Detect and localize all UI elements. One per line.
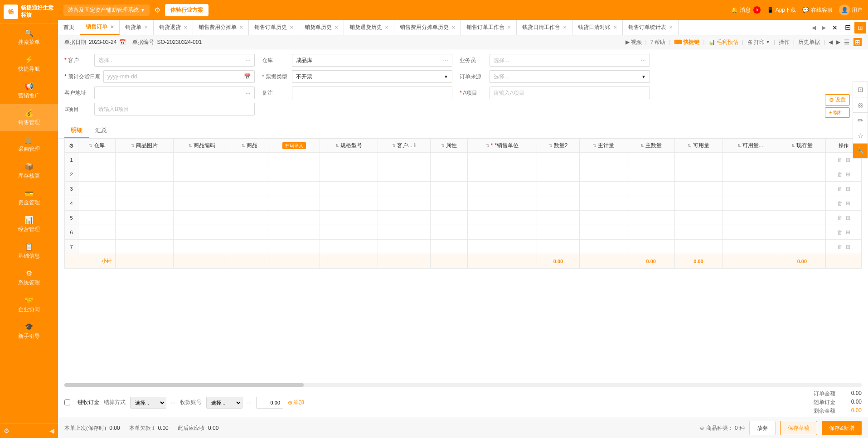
cell-5-5[interactable]	[268, 225, 320, 240]
sidebar-item-营销推广[interactable]: 📢 营销推广	[0, 77, 58, 104]
add-material-btn[interactable]: + 物料	[825, 107, 850, 118]
tab-0[interactable]: 首页	[58, 20, 80, 35]
cell-6-15[interactable]	[778, 240, 826, 254]
cell-4-5[interactable]	[268, 211, 320, 225]
cell-5-1[interactable]	[78, 225, 116, 240]
tab-close-5[interactable]: ✕	[290, 25, 293, 30]
sidebar-item-系统管理[interactable]: ⚙ 系统管理	[0, 265, 58, 291]
scan-btn[interactable]: 扫码录入	[282, 142, 306, 149]
cell-1-9[interactable]	[468, 167, 537, 182]
cell-3-11[interactable]	[580, 196, 627, 211]
cell-4-14[interactable]	[722, 211, 778, 225]
scrollbar-thumb[interactable]	[64, 383, 304, 387]
payment-method-ellipsis[interactable]: ···	[171, 399, 175, 406]
th-settings[interactable]: ⚙	[65, 139, 78, 153]
tab-expand-btn[interactable]: ⊞	[854, 22, 866, 34]
cell-3-1[interactable]	[78, 196, 116, 211]
cell-5-10[interactable]	[537, 225, 580, 240]
row-copy-6[interactable]: ⊞	[846, 244, 850, 250]
quick-payment-check[interactable]	[64, 399, 70, 405]
tab-prev-btn[interactable]: ◀	[809, 23, 818, 32]
cell-0-1[interactable]	[78, 153, 116, 167]
save-draft-btn[interactable]: 保存草稿	[780, 421, 817, 435]
tab-close-7[interactable]: ✕	[385, 25, 388, 30]
cell-5-2[interactable]	[116, 225, 173, 240]
cell-2-11[interactable]	[580, 182, 627, 196]
cell-2-10[interactable]	[537, 182, 580, 196]
cell-3-8[interactable]	[430, 196, 467, 211]
salesperson-input[interactable]: 选择... ···	[490, 54, 650, 67]
cell-1-5[interactable]	[268, 167, 320, 182]
tab-3[interactable]: 销货退货✕	[154, 20, 193, 35]
tab-1[interactable]: 销售订单✕	[80, 20, 120, 35]
cell-3-13[interactable]	[675, 196, 723, 211]
industry-btn[interactable]: 体验行业方案	[165, 4, 209, 16]
invoice-type-select[interactable]: 不开票 ▼	[292, 70, 452, 83]
tab-10[interactable]: 钱货日清工作台✕	[517, 20, 572, 35]
tab-4[interactable]: 销售费用分摊单✕	[193, 20, 249, 35]
cell-3-15[interactable]	[778, 196, 826, 211]
delivery-date-input[interactable]: yyyy-mm-dd 📅	[103, 70, 255, 83]
quick-payment-checkbox[interactable]: 一键收订金	[64, 399, 99, 406]
cell-2-5[interactable]	[268, 182, 320, 196]
preview-btn[interactable]: ▶ 视频	[626, 39, 642, 46]
cell-4-4[interactable]	[231, 211, 268, 225]
cell-6-2[interactable]	[116, 240, 173, 254]
cell-4-3[interactable]	[173, 211, 231, 225]
horizontal-scrollbar[interactable]	[64, 383, 862, 387]
cell-3-6[interactable]	[320, 196, 378, 211]
cell-4-8[interactable]	[430, 211, 467, 225]
settings-material-btn[interactable]: ⚙ 设置	[825, 94, 850, 106]
cell-0-15[interactable]	[778, 153, 826, 167]
row-copy-4[interactable]: ⊞	[846, 215, 850, 221]
grid-view-icon[interactable]: ⊞	[853, 38, 862, 46]
cell-6-5[interactable]	[268, 240, 320, 254]
row-copy-3[interactable]: ⊞	[846, 200, 850, 207]
salesperson-ellipsis[interactable]: ···	[640, 57, 646, 64]
payment-amount-input[interactable]	[256, 397, 283, 409]
sidebar-collapse-icon[interactable]: ◀	[49, 427, 54, 434]
cell-5-14[interactable]	[722, 225, 778, 240]
b-project-input[interactable]: 请输入B项目	[94, 103, 255, 116]
tab-close-1[interactable]: ✕	[110, 24, 114, 29]
cell-4-6[interactable]	[320, 211, 378, 225]
cell-6-13[interactable]	[675, 240, 723, 254]
row-delete-6[interactable]: 🗑	[837, 244, 843, 250]
print-dropdown-icon[interactable]: ▼	[766, 40, 770, 44]
cell-4-11[interactable]	[580, 211, 627, 225]
profit-btn[interactable]: 📊 毛利预估	[708, 39, 738, 46]
tab-close-12[interactable]: ✕	[669, 25, 673, 30]
customer-address-input[interactable]: ···	[94, 87, 255, 99]
cell-5-6[interactable]	[320, 225, 378, 240]
cell-4-10[interactable]	[537, 211, 580, 225]
tab-12[interactable]: 销售订单统计表✕	[623, 20, 679, 35]
cell-0-9[interactable]	[468, 153, 537, 167]
cell-3-10[interactable]	[537, 196, 580, 211]
sidebar-item-基础信息[interactable]: 📋 基础信息	[0, 238, 58, 265]
cell-3-9[interactable]	[468, 196, 537, 211]
order-source-select[interactable]: 选择... ▼	[490, 70, 650, 83]
sidebar-item-经营管理[interactable]: 📊 经营管理	[0, 211, 58, 238]
sidebar-item-采购管理[interactable]: 🛒 采购管理	[0, 131, 58, 158]
warehouse-input[interactable]: 成品库 ···	[292, 54, 452, 67]
cell-2-7[interactable]	[378, 182, 430, 196]
cell-0-3[interactable]	[173, 153, 231, 167]
cell-4-1[interactable]	[78, 211, 116, 225]
cell-6-3[interactable]	[173, 240, 231, 254]
right-expand-btn[interactable]: ⊡	[853, 82, 868, 97]
cell-6-6[interactable]	[320, 240, 378, 254]
tab-8[interactable]: 销售费用分摊单历史✕	[394, 20, 461, 35]
cell-1-10[interactable]	[537, 167, 580, 182]
cell-1-7[interactable]	[378, 167, 430, 182]
tab-next-btn[interactable]: ▶	[819, 23, 828, 32]
cell-5-11[interactable]	[580, 225, 627, 240]
cell-1-2[interactable]	[116, 167, 173, 182]
cell-6-12[interactable]	[627, 240, 675, 254]
address-ellipsis[interactable]: ···	[245, 89, 251, 96]
cell-5-3[interactable]	[173, 225, 231, 240]
cell-6-11[interactable]	[580, 240, 627, 254]
cell-4-15[interactable]	[778, 211, 826, 225]
user-menu[interactable]: 👤 用户	[839, 5, 863, 15]
row-copy-1[interactable]: ⊞	[846, 171, 850, 178]
cell-5-7[interactable]	[378, 225, 430, 240]
